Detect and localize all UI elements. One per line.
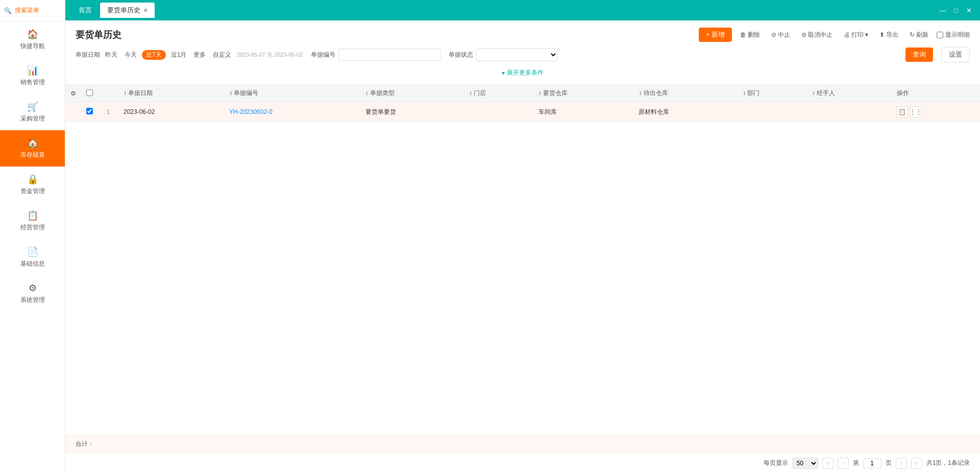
- col-bill-type-label: ↕ 单据类型: [365, 89, 395, 97]
- data-table: ⚙ ↕ 单据日期 ↕ 单据编号 ↕ 单据类型: [65, 85, 980, 122]
- shortcut-7days[interactable]: 近7天: [142, 50, 166, 60]
- show-detail-checkbox[interactable]: 显示明细: [937, 31, 970, 39]
- table-header-row: ⚙ ↕ 单据日期 ↕ 单据编号 ↕ 单据类型: [65, 85, 980, 102]
- filter-row-1: 单据日期 昨天 今天 近7天 近1月 更多 自定义 2023-05-27 至 2…: [76, 47, 970, 62]
- stop-icon: ⊘: [771, 31, 776, 38]
- col-store-label: ↕ 门店: [469, 89, 486, 97]
- page-actions: + 新增 🗑 删除 ⊘ 中止 ⊘ 取消中止 🖨 打印 ▾: [699, 28, 970, 42]
- row-handler: [807, 102, 892, 122]
- ops-icon: 📋: [27, 210, 38, 221]
- page-header: 要货单历史 + 新增 🗑 删除 ⊘ 中止 ⊘ 取消中止 🖨: [65, 20, 980, 42]
- table-body: 1 2023-06-02 YH-20230602-0 要货单要货 车间库 原材料…: [65, 102, 980, 122]
- shortcut-yesterday[interactable]: 昨天: [103, 50, 119, 60]
- query-btn-label: 查询: [913, 50, 926, 59]
- bill-no-link[interactable]: YH-20230602-0: [229, 108, 273, 115]
- topbar: 首页 要货单历史 × — □ ✕: [65, 0, 980, 20]
- filter-area: 单据日期 昨天 今天 近7天 近1月 更多 自定义 2023-05-27 至 2…: [65, 42, 980, 85]
- shortcut-today[interactable]: 今天: [122, 50, 139, 60]
- col-pending-warehouse[interactable]: ↕ 待出仓库: [633, 85, 738, 102]
- bill-no-input[interactable]: [338, 49, 440, 61]
- chart-icon: 📊: [27, 65, 38, 76]
- col-bill-no[interactable]: ↕ 单据编号: [224, 85, 360, 102]
- expand-more-btn[interactable]: ▾ 展开更多条件: [76, 66, 970, 79]
- topbar-right: — □ ✕: [937, 6, 974, 15]
- pagination-total: 共1页，1条记录: [926, 459, 970, 467]
- row-checkbox: [81, 102, 98, 122]
- select-all-checkbox[interactable]: [86, 89, 93, 96]
- delete-btn-label: 删除: [748, 31, 760, 39]
- show-detail-input[interactable]: [937, 32, 943, 38]
- sidebar-item-operations[interactable]: 📋 经营管理: [0, 203, 65, 239]
- col-settings[interactable]: ⚙: [65, 85, 81, 102]
- tab-active[interactable]: 要货单历史 ×: [100, 3, 155, 18]
- tab-close-icon[interactable]: ×: [143, 6, 148, 14]
- col-bill-date-label: ↕ 单据日期: [124, 89, 153, 97]
- window-maximize-btn[interactable]: □: [952, 6, 960, 15]
- pagination-first-btn[interactable]: «: [822, 458, 834, 469]
- search-icon: 🔍: [4, 7, 12, 14]
- sidebar-item-label: 系统管理: [20, 296, 45, 304]
- export-button[interactable]: ⬆ 导出: [876, 29, 901, 41]
- sidebar-item-finance[interactable]: 🔒 资金管理: [0, 167, 65, 203]
- sidebar-search[interactable]: 🔍 搜索菜单: [0, 0, 65, 21]
- shortcut-custom[interactable]: 自定义: [211, 50, 233, 60]
- sidebar-search-label: 搜索菜单: [15, 6, 39, 15]
- sidebar-item-basic-info[interactable]: 📄 基础信息: [0, 239, 65, 275]
- tab-home[interactable]: 首页: [71, 3, 99, 18]
- date-filter-label: 单据日期: [76, 51, 100, 59]
- row-pending-warehouse: 原材料仓库: [633, 102, 738, 122]
- per-page-label: 每页显示: [764, 459, 788, 467]
- lock-icon: 🔒: [27, 174, 38, 185]
- delete-button[interactable]: 🗑 删除: [737, 29, 763, 41]
- page-title: 要货单历史: [76, 29, 121, 41]
- sidebar-item-quick-nav[interactable]: 🏠 快捷导航: [0, 21, 65, 58]
- stop-button[interactable]: ⊘ 中止: [768, 29, 793, 41]
- pagination-prev-btn[interactable]: ‹: [838, 458, 849, 469]
- sidebar-item-inventory[interactable]: 🏠 库存核算: [0, 130, 65, 167]
- row-select-checkbox[interactable]: [86, 108, 93, 114]
- window-minimize-btn[interactable]: —: [937, 6, 948, 15]
- sidebar-item-purchase[interactable]: 🛒 采购管理: [0, 94, 65, 130]
- window-close-btn[interactable]: ✕: [964, 6, 974, 15]
- page-input[interactable]: [863, 458, 881, 468]
- row-department: [738, 102, 807, 122]
- bill-no-label: 单据编号: [311, 51, 335, 59]
- row-edit-btn[interactable]: 📋: [897, 106, 908, 117]
- stop-btn-label: 中止: [778, 31, 790, 39]
- expand-label: 展开更多条件: [507, 68, 544, 77]
- row-store: [464, 102, 533, 122]
- col-handler[interactable]: ↕ 经手人: [807, 85, 892, 102]
- settings-button[interactable]: 设置: [941, 47, 970, 62]
- print-button[interactable]: 🖨 打印 ▾: [841, 29, 871, 41]
- status-select[interactable]: [476, 48, 558, 61]
- footer-label: 合计：: [76, 440, 94, 447]
- date-filter: 单据日期 昨天 今天 近7天 近1月 更多 自定义 2023-05-27 至 2…: [76, 50, 303, 60]
- col-bill-date[interactable]: ↕ 单据日期: [118, 85, 224, 102]
- cancel-stop-button[interactable]: ⊘ 取消中止: [798, 29, 836, 41]
- new-button[interactable]: + 新增: [699, 28, 732, 42]
- col-bill-type[interactable]: ↕ 单据类型: [360, 85, 464, 102]
- pagination-next-btn[interactable]: ›: [896, 458, 907, 469]
- query-button[interactable]: 查询: [905, 48, 933, 62]
- col-store[interactable]: ↕ 门店: [464, 85, 533, 102]
- shortcut-more[interactable]: 更多: [191, 50, 208, 60]
- settings-btn-label: 设置: [949, 50, 962, 59]
- home-icon: 🏠: [27, 29, 38, 40]
- col-department-label: ↕ 部门: [743, 89, 760, 97]
- doc-icon: 📄: [27, 246, 38, 257]
- row-more-btn[interactable]: ⋮⋮: [910, 106, 921, 117]
- col-req-warehouse[interactable]: ↕ 要货仓库: [533, 85, 634, 102]
- sidebar-item-system[interactable]: ⚙ 系统管理: [0, 275, 65, 312]
- refresh-button[interactable]: ↻ 刷新: [906, 29, 932, 41]
- pagination-last-btn[interactable]: »: [911, 458, 922, 469]
- col-seq: [98, 85, 118, 102]
- col-checkbox: [81, 85, 98, 102]
- sidebar-item-label: 采购管理: [20, 114, 45, 123]
- per-page-select[interactable]: 50 100 200: [792, 458, 818, 469]
- col-department[interactable]: ↕ 部门: [738, 85, 807, 102]
- row-seq: 1: [98, 102, 118, 122]
- tab-active-label: 要货单历史: [107, 6, 140, 15]
- sidebar-item-label: 库存核算: [20, 151, 45, 159]
- sidebar-item-sales[interactable]: 📊 销售管理: [0, 58, 65, 94]
- shortcut-1month[interactable]: 近1月: [169, 50, 189, 60]
